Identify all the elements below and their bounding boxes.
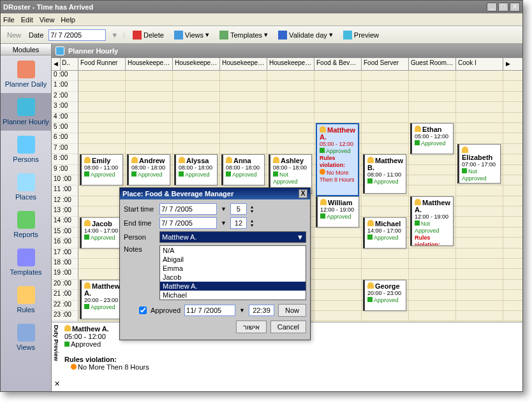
grid-cell[interactable] xyxy=(362,113,409,122)
grid-cell[interactable] xyxy=(126,71,173,80)
grid-cell[interactable] xyxy=(220,102,267,112)
grid-cell[interactable] xyxy=(409,249,456,258)
grid-cell[interactable] xyxy=(362,269,409,278)
shift-block[interactable]: Matthew A.05:00 - 12:00ApprovedRules vio… xyxy=(316,123,359,196)
grid-cell[interactable] xyxy=(314,238,362,247)
grid-cell[interactable] xyxy=(409,269,456,278)
grid-cell[interactable] xyxy=(126,113,173,122)
grid-cell[interactable] xyxy=(78,102,126,112)
grid-cell[interactable] xyxy=(456,238,503,247)
grid-cell[interactable] xyxy=(362,81,409,90)
column-header[interactable]: Food Server xyxy=(362,58,409,70)
grid-cell[interactable] xyxy=(126,123,173,133)
grid-cell[interactable] xyxy=(78,71,126,80)
grid-cell[interactable] xyxy=(456,71,503,80)
grid-cell[interactable] xyxy=(173,123,220,133)
grid-cell[interactable] xyxy=(456,311,503,321)
grid-cell[interactable] xyxy=(126,144,173,154)
grid-cell[interactable] xyxy=(220,123,267,133)
person-option[interactable]: Abigail xyxy=(160,255,306,264)
grid-cell[interactable] xyxy=(78,123,126,133)
grid-cell[interactable] xyxy=(78,269,126,278)
column-header[interactable]: Housekeeper 3 xyxy=(173,58,220,70)
end-date-input[interactable] xyxy=(159,217,217,229)
grid-cell[interactable] xyxy=(314,259,362,268)
shift-block[interactable]: Michael14:00 - 17:00Approved xyxy=(363,217,406,249)
grid-cell[interactable] xyxy=(362,259,409,268)
person-option[interactable]: Michael xyxy=(160,291,306,299)
grid-cell[interactable] xyxy=(409,185,456,195)
grid-cell[interactable] xyxy=(173,71,220,80)
grid-cell[interactable] xyxy=(456,227,503,237)
grid-cell[interactable] xyxy=(456,102,503,112)
grid-cell[interactable] xyxy=(456,185,503,195)
sidebar-item-templates[interactable]: Templates xyxy=(1,243,51,281)
person-option[interactable]: Matthew A. xyxy=(160,282,306,291)
grid-cell[interactable] xyxy=(267,144,314,154)
grid-cell[interactable] xyxy=(173,81,220,90)
menu-edit[interactable]: Edit xyxy=(21,16,33,24)
approved-date-input[interactable] xyxy=(184,305,235,316)
grid-cell[interactable] xyxy=(314,92,362,101)
grid-cell[interactable] xyxy=(362,102,409,112)
shift-block[interactable]: Emily08:00 - 11:00Approved xyxy=(80,154,123,185)
grid-cell[interactable] xyxy=(409,71,456,80)
shift-block[interactable]: Elizabeth07:00 - 17:00Not Approved xyxy=(457,144,501,184)
grid-cell[interactable] xyxy=(314,301,362,310)
minimize-button[interactable]: _ xyxy=(487,3,497,11)
grid-cell[interactable] xyxy=(78,249,126,258)
column-header[interactable]: Food Runner xyxy=(78,58,126,70)
grid-cell[interactable] xyxy=(314,113,362,122)
shift-block[interactable]: Matthew A.20:00 - 23:00Approved xyxy=(80,280,123,319)
grid-cell[interactable] xyxy=(126,92,173,101)
column-header[interactable]: Food & Beverage... xyxy=(314,58,362,70)
grid-cell[interactable] xyxy=(314,311,362,321)
grid-cell[interactable] xyxy=(78,81,126,90)
grid-cell[interactable] xyxy=(409,311,456,321)
grid-cell[interactable] xyxy=(362,249,409,258)
shift-block[interactable]: Andrew08:00 - 18:00Approved xyxy=(127,154,170,185)
start-hour-input[interactable] xyxy=(230,203,247,215)
person-select[interactable]: Matthew A.▼ xyxy=(159,231,306,243)
person-option[interactable]: N/A xyxy=(160,246,306,255)
approved-checkbox[interactable] xyxy=(139,307,147,314)
column-header[interactable]: Housekeeper 2 xyxy=(126,58,173,70)
maximize-button[interactable]: □ xyxy=(498,3,508,11)
shift-block[interactable]: George20:00 - 23:00Approved xyxy=(363,280,406,311)
grid-cell[interactable] xyxy=(456,280,503,289)
sidebar-item-views[interactable]: Views xyxy=(1,319,51,356)
grid-cell[interactable] xyxy=(409,175,456,185)
column-header[interactable]: Housekeeper 5 xyxy=(267,58,314,70)
grid-cell[interactable] xyxy=(220,92,267,101)
close-button[interactable]: X xyxy=(510,3,520,11)
grid-cell[interactable] xyxy=(409,102,456,112)
grid-cell[interactable] xyxy=(362,311,409,321)
grid-cell[interactable] xyxy=(78,206,126,216)
grid-cell[interactable] xyxy=(173,133,220,143)
column-header[interactable]: Housekeeper 4 xyxy=(220,58,267,70)
new-button[interactable]: New xyxy=(4,30,24,40)
grid-cell[interactable] xyxy=(456,123,503,133)
grid-cell[interactable] xyxy=(456,113,503,122)
grid-cell[interactable] xyxy=(362,206,409,216)
grid-cell[interactable] xyxy=(220,113,267,122)
grid-cell[interactable] xyxy=(409,259,456,268)
grid-cell[interactable] xyxy=(362,92,409,101)
grid-cell[interactable] xyxy=(362,71,409,80)
shift-block[interactable]: Matthew B.08:00 - 11:00Approved xyxy=(363,154,406,194)
grid-cell[interactable] xyxy=(78,113,126,122)
grid-cell[interactable] xyxy=(362,123,409,133)
shift-block[interactable]: Ethan05:00 - 12:00Approved xyxy=(410,123,454,154)
grid-cell[interactable] xyxy=(314,227,362,237)
grid-cell[interactable] xyxy=(362,133,409,143)
grid-cell[interactable] xyxy=(126,81,173,90)
shift-block[interactable]: Anna08:00 - 18:00Approved xyxy=(221,154,265,185)
shift-block[interactable]: Jacob14:00 - 17:00Approved xyxy=(80,217,123,249)
grid-cell[interactable] xyxy=(456,259,503,268)
grid-cell[interactable] xyxy=(456,249,503,258)
shift-block[interactable]: William12:00 - 19:00Approved xyxy=(316,196,359,227)
ok-button[interactable]: אישור xyxy=(236,321,267,333)
sidebar-item-places[interactable]: Places xyxy=(1,168,51,206)
grid-cell[interactable] xyxy=(456,269,503,278)
sidebar-item-planner-daily[interactable]: Planner Daily xyxy=(1,55,51,93)
